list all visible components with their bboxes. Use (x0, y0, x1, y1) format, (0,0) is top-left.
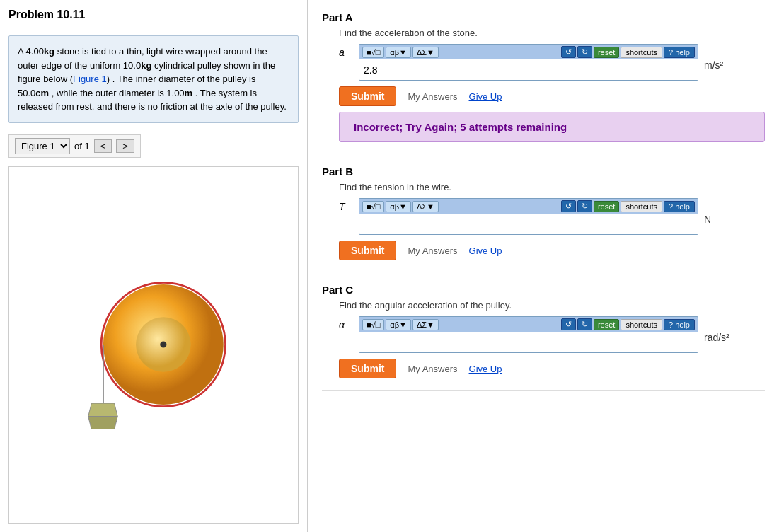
part-a-toolbar: ■√□ αβ▼ ΔΣ▼ ↺ ↻ reset shortcuts ? help (359, 44, 698, 59)
part-c-redo-btn[interactable]: ↻ (577, 318, 592, 330)
part-b-description: Find the tension in the wire. (339, 182, 765, 192)
part-b-my-answers: My Answers (408, 245, 457, 256)
problem-text: A 4.00kg stone is tied to a thin, light … (18, 46, 287, 112)
part-b-undo-btn[interactable]: ↺ (561, 200, 576, 212)
part-a-reset-btn[interactable]: reset (594, 47, 619, 58)
part-a-give-up[interactable]: Give Up (469, 91, 502, 102)
part-a-description: Find the acceleration of the stone. (339, 28, 765, 38)
part-b-redo-btn[interactable]: ↻ (577, 200, 592, 212)
part-b-title: Part B (322, 166, 765, 178)
part-a-unit: m/s² (704, 59, 723, 71)
part-c-submit-button[interactable]: Submit (339, 359, 396, 378)
part-a-alpha-btn[interactable]: αβ▼ (386, 47, 411, 58)
part-b-give-up[interactable]: Give Up (469, 245, 502, 256)
part-b-toolbar: ■√□ αβ▼ ΔΣ▼ ↺ ↻ reset shortcuts ? help (359, 198, 698, 214)
part-c-help-btn[interactable]: ? help (664, 319, 695, 330)
svg-marker-6 (88, 417, 118, 429)
figure-select[interactable]: Figure 1 (15, 138, 70, 154)
problem-title: Problem 10.11 (8, 8, 299, 21)
part-c-toolbar: ■√□ αβ▼ ΔΣ▼ ↺ ↻ reset shortcuts ? help (359, 316, 698, 332)
part-a-input[interactable] (359, 59, 698, 81)
part-a-sqrt-btn[interactable]: ■√□ (362, 47, 384, 58)
part-c-description: Find the angular acceleration of the pul… (339, 300, 765, 311)
part-b-var-label: T (339, 201, 353, 212)
part-b-submit-button[interactable]: Submit (339, 241, 396, 260)
part-a-shortcuts-btn[interactable]: shortcuts (621, 47, 662, 58)
part-c-reset-btn[interactable]: reset (594, 319, 619, 330)
part-a-undo-btn[interactable]: ↺ (561, 46, 576, 58)
part-c-shortcuts-btn[interactable]: shortcuts (621, 319, 662, 330)
part-b-input-block: ■√□ αβ▼ ΔΣ▼ ↺ ↻ reset shortcuts ? help (359, 198, 698, 235)
part-b-sqrt-btn[interactable]: ■√□ (362, 201, 384, 212)
figure-next-button[interactable]: > (116, 139, 134, 153)
part-c-input[interactable] (359, 332, 698, 353)
part-c-sqrt-btn[interactable]: ■√□ (362, 319, 384, 330)
part-b-reset-btn[interactable]: reset (594, 201, 619, 212)
part-b-unit: N (704, 214, 711, 225)
part-c-title: Part C (322, 284, 765, 296)
figure-prev-button[interactable]: < (94, 139, 112, 153)
part-c-section: Part C Find the angular acceleration of … (322, 284, 765, 391)
part-c-alpha-btn[interactable]: αβ▼ (386, 319, 411, 330)
problem-text-box: A 4.00kg stone is tied to a thin, light … (8, 35, 299, 123)
figure-of-label: of 1 (74, 141, 90, 151)
part-a-title: Part A (322, 11, 765, 23)
svg-marker-5 (88, 403, 118, 416)
part-a-redo-btn[interactable]: ↻ (577, 46, 592, 58)
part-b-help-btn[interactable]: ? help (664, 201, 695, 212)
part-a-action-row: Submit My Answers Give Up (339, 86, 765, 106)
part-c-my-answers: My Answers (408, 364, 457, 374)
part-c-undo-btn[interactable]: ↺ (561, 318, 576, 330)
part-c-delta-btn[interactable]: ΔΣ▼ (412, 319, 439, 330)
figure-controls: Figure 1 of 1 < > (8, 134, 141, 158)
pulley-svg (54, 260, 253, 429)
part-c-input-block: ■√□ αβ▼ ΔΣ▼ ↺ ↻ reset shortcuts ? help (359, 316, 698, 353)
part-a-input-block: ■√□ αβ▼ ΔΣ▼ ↺ ↻ reset shortcuts ? help (359, 44, 698, 81)
part-b-alpha-btn[interactable]: αβ▼ (386, 201, 411, 212)
part-c-var-label: α (339, 319, 353, 330)
part-c-unit: rad/s² (704, 332, 729, 343)
svg-point-3 (160, 342, 166, 348)
part-b-action-row: Submit My Answers Give Up (339, 241, 765, 260)
part-a-delta-btn[interactable]: ΔΣ▼ (412, 47, 439, 58)
part-a-feedback: Incorrect; Try Again; 5 attempts remaini… (339, 112, 765, 142)
part-b-section: Part B Find the tension in the wire. T ■… (322, 166, 765, 272)
part-a-submit-button[interactable]: Submit (339, 86, 396, 106)
figure-display (8, 166, 299, 524)
part-a-help-btn[interactable]: ? help (664, 47, 695, 58)
part-b-shortcuts-btn[interactable]: shortcuts (621, 201, 662, 212)
part-c-action-row: Submit My Answers Give Up (339, 359, 765, 378)
part-b-input[interactable] (359, 214, 698, 235)
part-a-section: Part A Find the acceleration of the ston… (322, 11, 765, 154)
right-panel: Part A Find the acceleration of the ston… (308, 0, 779, 532)
part-b-answer-row: T ■√□ αβ▼ ΔΣ▼ ↺ ↻ reset shortcuts ? help… (339, 198, 765, 235)
part-c-give-up[interactable]: Give Up (469, 364, 502, 374)
part-a-answer-row: a ■√□ αβ▼ ΔΣ▼ ↺ ↻ reset shortcuts ? help… (339, 44, 765, 81)
part-b-delta-btn[interactable]: ΔΣ▼ (412, 201, 439, 212)
part-a-my-answers: My Answers (408, 91, 457, 102)
figure-link[interactable]: Figure 1 (73, 74, 107, 84)
part-c-answer-row: α ■√□ αβ▼ ΔΣ▼ ↺ ↻ reset shortcuts ? help… (339, 316, 765, 353)
part-a-var-label: a (339, 47, 353, 58)
left-panel: Problem 10.11 A 4.00kg stone is tied to … (0, 0, 308, 532)
